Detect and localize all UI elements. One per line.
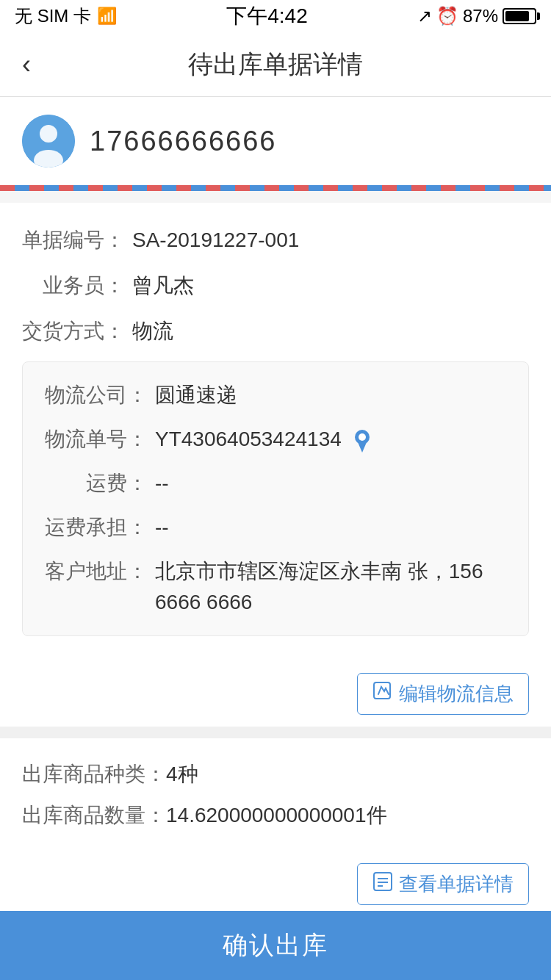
confirm-outbound-button[interactable]: 确认出库 xyxy=(223,929,328,962)
logistics-company-row: 物流公司： 圆通速递 xyxy=(45,380,506,411)
tracking-value: YT43064053424134 xyxy=(155,424,506,455)
goods-types-label: 出库商品种类： xyxy=(22,760,166,788)
goods-quantity-label: 出库商品数量： xyxy=(22,801,166,829)
logistics-company-label: 物流公司： xyxy=(45,380,148,411)
salesman-row: 业务员： 曾凡杰 xyxy=(22,270,529,301)
goods-quantity-row: 出库商品数量： 14.620000000000001件 xyxy=(22,801,529,829)
freight-bearer-label: 运费承担： xyxy=(45,512,148,543)
location-indicator: ↗ xyxy=(417,6,432,26)
tracking-number: YT43064053424134 xyxy=(155,424,342,455)
avatar xyxy=(22,115,75,167)
svg-rect-6 xyxy=(374,682,390,699)
address-value: 北京市市辖区海淀区永丰南 张，156 6666 6666 xyxy=(155,556,506,618)
order-no-row: 单据编号： SA-20191227-001 xyxy=(22,225,529,256)
salesman-label: 业务员： xyxy=(22,270,125,301)
svg-marker-5 xyxy=(358,442,367,453)
logistics-company-value: 圆通速递 xyxy=(155,380,506,411)
view-details-button[interactable]: 查看单据详情 xyxy=(357,863,529,905)
delivery-label: 交货方式： xyxy=(22,316,125,347)
freight-bearer-row: 运费承担： -- xyxy=(45,512,506,543)
order-no-value: SA-20191227-001 xyxy=(132,225,529,256)
dashed-divider xyxy=(0,185,551,191)
alarm-icon: ⏰ xyxy=(436,6,458,26)
battery-percent: 87% xyxy=(463,6,498,26)
freight-bearer-value: -- xyxy=(155,512,506,543)
tracking-row: 物流单号： YT43064053424134 xyxy=(45,424,506,455)
edit-logistics-container: 编辑物流信息 xyxy=(0,658,551,727)
list-icon xyxy=(372,871,393,897)
status-bar: 无 SIM 卡 📶 下午4:42 ↗ ⏰ 87% xyxy=(0,0,551,32)
nav-bar: ‹ 待出库单据详情 xyxy=(0,32,551,97)
salesman-value: 曾凡杰 xyxy=(132,270,529,301)
map-pin-icon[interactable] xyxy=(349,426,375,453)
confirm-btn-container: 确认出库 xyxy=(0,911,551,980)
edit-logistics-label: 编辑物流信息 xyxy=(399,681,514,707)
goods-types-row: 出库商品种类： 4种 xyxy=(22,760,529,788)
address-row: 客户地址： 北京市市辖区海淀区永丰南 张，156 6666 6666 xyxy=(45,556,506,618)
carrier-label: 无 SIM 卡 xyxy=(15,4,91,28)
customer-phone: 17666666666 xyxy=(90,126,276,157)
page-title: 待出库单据详情 xyxy=(188,48,363,82)
customer-header: 17666666666 xyxy=(0,97,551,185)
goods-section: 出库商品种类： 4种 出库商品数量： 14.620000000000001件 xyxy=(0,738,551,851)
tracking-label: 物流单号： xyxy=(45,424,148,455)
view-details-label: 查看单据详情 xyxy=(399,871,514,897)
view-details-container: 查看单据详情 xyxy=(0,851,551,920)
edit-icon xyxy=(372,681,393,707)
freight-row: 运费： -- xyxy=(45,468,506,499)
goods-types-value: 4种 xyxy=(166,760,529,788)
svg-point-4 xyxy=(359,433,366,441)
edit-logistics-button[interactable]: 编辑物流信息 xyxy=(357,673,529,715)
status-left: 无 SIM 卡 📶 xyxy=(15,4,117,28)
freight-value: -- xyxy=(155,468,506,499)
delivery-value: 物流 xyxy=(132,316,529,347)
order-no-label: 单据编号： xyxy=(22,225,125,256)
freight-label: 运费： xyxy=(45,468,148,499)
battery-icon xyxy=(503,8,536,24)
logistics-card: 物流公司： 圆通速递 物流单号： YT43064053424134 运费： -- xyxy=(22,361,529,636)
wifi-icon: 📶 xyxy=(97,7,117,26)
status-right: ↗ ⏰ 87% xyxy=(417,6,536,26)
order-info-section: 单据编号： SA-20191227-001 业务员： 曾凡杰 交货方式： 物流 … xyxy=(0,203,551,658)
status-time: 下午4:42 xyxy=(226,2,308,30)
delivery-row: 交货方式： 物流 xyxy=(22,316,529,347)
section-divider-1 xyxy=(0,727,551,738)
address-label: 客户地址： xyxy=(45,556,148,587)
goods-quantity-value: 14.620000000000001件 xyxy=(166,801,529,829)
back-button[interactable]: ‹ xyxy=(22,49,31,80)
svg-point-1 xyxy=(40,125,57,143)
